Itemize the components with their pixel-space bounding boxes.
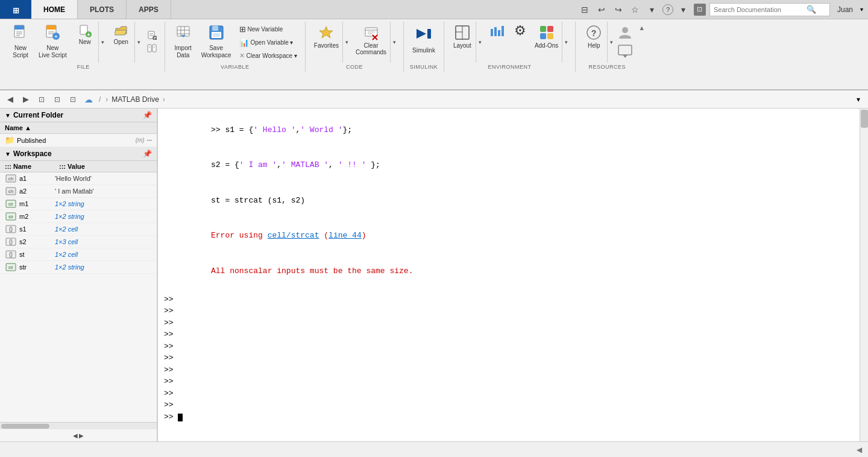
error-link-strcat[interactable]: cell/strcat	[268, 231, 319, 240]
nav-forward-btn[interactable]: ▶	[19, 93, 33, 106]
svg-text:str: str	[8, 265, 13, 269]
preferences-icon	[489, 24, 506, 43]
ws-item-a2[interactable]: ch a2 ' I am Matlab'	[0, 185, 157, 198]
new-live-script-button[interactable]: + NewLive Script	[35, 22, 71, 63]
gear-button[interactable]: ⚙	[511, 22, 530, 63]
new-variable-button[interactable]: ⊞ New Variable	[236, 23, 300, 35]
path-dropdown-btn[interactable]: ▾	[852, 93, 864, 106]
help-button[interactable]: ? Help	[580, 22, 607, 63]
request-support-icon[interactable]	[617, 42, 634, 59]
new-dropdown-arrow[interactable]: ▾	[98, 22, 107, 63]
current-folder-header[interactable]: ▼ Current Folder 📌	[0, 109, 157, 122]
undo-icon[interactable]: ↩	[595, 3, 608, 16]
redo-icon[interactable]: ↪	[612, 3, 625, 16]
simulink-group-label: SIMULINK	[410, 63, 438, 72]
favorites-dropdown-arrow[interactable]: ▾	[342, 22, 351, 63]
settings-icon[interactable]: ⊡	[694, 4, 706, 16]
svg-rect-52	[547, 26, 553, 32]
nav-browse-btn[interactable]: ⊡	[51, 93, 64, 106]
save-workspace-icon	[208, 24, 225, 43]
open-button[interactable]: Open	[108, 22, 134, 63]
help-dropdown-icon[interactable]: ▾	[677, 3, 690, 16]
ws-item-m2[interactable]: str m2 1×2 string	[0, 210, 157, 223]
bookmark-dropdown-icon[interactable]: ▾	[646, 3, 659, 16]
console-content[interactable]: >> s1 = {' Hello ',' World '}; s2 = {' I…	[158, 109, 860, 441]
console-prompt-active[interactable]: >>	[164, 411, 854, 423]
console-prompt-2: >>	[164, 305, 854, 317]
tab-plots[interactable]: PLOTS	[78, 0, 127, 19]
layout-icon[interactable]: ⊟	[578, 3, 591, 16]
nav-up-btn[interactable]: ⊡	[35, 93, 48, 106]
folder-name-col-header: Name ▲	[0, 122, 157, 133]
sidebar-horizontal-scrollbar[interactable]	[0, 422, 157, 429]
ws-s1-name: s1	[19, 225, 52, 233]
layout-dropdown-arrow[interactable]: ▾	[476, 22, 484, 63]
open-variable-button[interactable]: 📊 Open Variable ▾	[236, 36, 300, 48]
svg-text:⊞: ⊞	[13, 6, 19, 15]
bookmark-icon[interactable]: ☆	[629, 3, 642, 16]
help-dropdown-arrow[interactable]: ▾	[607, 22, 615, 63]
open-dropdown-arrow[interactable]: ▾	[134, 22, 143, 63]
new-live-script-label: NewLive Script	[39, 45, 67, 59]
console-scroll-thumb[interactable]	[861, 110, 868, 128]
ws-item-s1[interactable]: {} s1 1×2 cell	[0, 223, 157, 236]
nav-back-btn[interactable]: ◀	[4, 93, 17, 106]
statusbar-arrow[interactable]: ◀	[857, 446, 862, 454]
ws-item-str[interactable]: str str 1×2 string	[0, 261, 157, 274]
save-workspace-button[interactable]: SaveWorkspace	[198, 22, 235, 63]
workspace-column-header: ::: Name ::: Value	[0, 161, 157, 172]
error-msg-text: All nonscalar inputs must be the same si…	[211, 266, 413, 276]
workspace-pin-icon[interactable]: 📌	[143, 150, 152, 158]
ws-m1-icon: str	[5, 199, 17, 209]
layout-button[interactable]: Layout	[449, 22, 476, 63]
ribbon-collapse-btn[interactable]: ▲	[638, 22, 645, 72]
find-files-button[interactable]	[144, 30, 160, 42]
matlab-drive-link[interactable]: MATLAB Drive	[112, 95, 159, 104]
user-dropdown-icon[interactable]: ▾	[860, 6, 863, 13]
workspace-header[interactable]: ▼ Workspace 📌	[0, 147, 157, 161]
str-2c: ' !! '	[338, 160, 366, 169]
ws-item-st[interactable]: {} st 1×2 cell	[0, 248, 157, 261]
folder-item-published[interactable]: 📁 Published (m) ···	[0, 134, 157, 147]
sidebar-expand-btn[interactable]: ◀ ▶	[0, 429, 157, 441]
compare-button[interactable]	[144, 43, 160, 55]
community-icon[interactable]	[617, 24, 634, 41]
ws-s2-name: s2	[19, 238, 52, 245]
ws-item-s2[interactable]: {} s2 1×3 cell	[0, 236, 157, 248]
nav-folder-btn[interactable]: ⊡	[66, 93, 80, 106]
str-2a: ' I am '	[239, 160, 277, 169]
new-script-button[interactable]: NewScript	[7, 22, 34, 63]
help-split-btn: ? Help ▾	[580, 22, 615, 63]
search-documentation-input[interactable]	[714, 6, 804, 13]
open-variable-label: Open Variable ▾	[251, 39, 294, 46]
svg-text:str: str	[8, 202, 13, 206]
ws-item-a1[interactable]: ch a1 'Hello World'	[0, 172, 157, 185]
help-circle-icon[interactable]: ?	[662, 4, 673, 15]
favorites-button[interactable]: Favorites	[310, 22, 342, 63]
svg-line-20	[155, 38, 156, 39]
clear-workspace-button[interactable]: ✕ Clear Workspace ▾	[236, 49, 300, 61]
tab-home[interactable]: HOME	[31, 0, 78, 19]
svg-rect-25	[177, 27, 189, 36]
new-button[interactable]: + New	[72, 22, 98, 63]
svg-rect-32	[212, 26, 218, 31]
clear-commands-button[interactable]: ClearCommands	[352, 22, 390, 63]
folder-published-dots[interactable]: ···	[147, 137, 152, 143]
statusbar: ◀	[0, 441, 868, 457]
console-vertical-scrollbar[interactable]	[860, 109, 868, 441]
current-folder-pin-icon[interactable]: 📌	[143, 111, 152, 119]
import-data-button[interactable]: ImportData	[170, 22, 197, 63]
tab-apps[interactable]: APPS	[127, 0, 171, 19]
sidebar-scroll-thumb[interactable]	[1, 424, 49, 429]
clear-commands-dropdown-arrow[interactable]: ▾	[390, 22, 398, 63]
svg-text:{}: {}	[9, 251, 13, 257]
simulink-button[interactable]: Simulink	[409, 22, 439, 63]
addons-dropdown-arrow[interactable]: ▾	[562, 22, 570, 63]
addons-button[interactable]: Add-Ons	[531, 22, 562, 63]
current-folder-title: Current Folder	[13, 111, 63, 119]
console-prompt-7: >>	[164, 364, 854, 376]
error-link-line44[interactable]: line 44	[329, 231, 362, 240]
ws-item-m1[interactable]: str m1 1×2 string	[0, 198, 157, 210]
user-label[interactable]: Juan	[834, 5, 857, 14]
preferences-button[interactable]	[485, 22, 509, 63]
